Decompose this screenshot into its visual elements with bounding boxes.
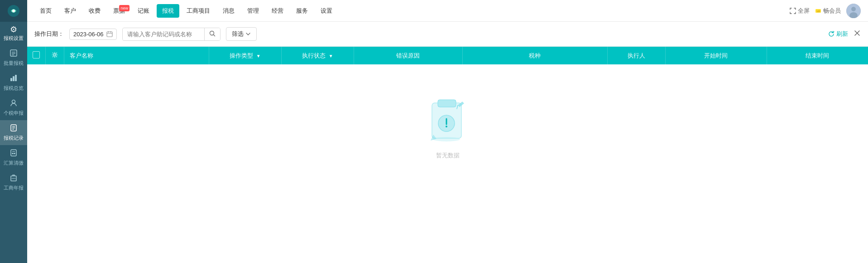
table-body: 暂无数据 (27, 64, 868, 187)
nav-item-shezhi[interactable]: 设置 (315, 4, 338, 18)
filter-button[interactable]: 筛选 (226, 27, 257, 41)
sidebar-logo (0, 0, 27, 22)
nav-item-shoufei[interactable]: 收费 (83, 4, 106, 18)
table-header-row: 客户名称 操作类型 ▼ 执行状态 ▼ 错误原因 税种 执行人 开始时间 (27, 47, 868, 64)
column-settings-icon (51, 51, 58, 58)
toolbar: 操作日期： 2023-06-06 (27, 22, 868, 47)
sidebar-item-huisuan-jiaona[interactable]: 汇算清缴 (0, 145, 27, 170)
nav-item-piaoju[interactable]: 票据 new (108, 4, 130, 18)
vip-button[interactable]: VIP 畅会员 (815, 7, 841, 15)
avatar[interactable] (846, 4, 861, 18)
select-all-checkbox[interactable] (33, 51, 40, 58)
search-icon (209, 30, 216, 37)
sidebar-item-geshui-shenbao[interactable]: 个税申报 (0, 95, 27, 120)
avatar-image (846, 4, 861, 18)
th-start-time: 开始时间 (665, 47, 767, 64)
svg-rect-8 (15, 75, 17, 81)
th-error-reason: 错误原因 (354, 47, 462, 64)
svg-point-42 (433, 137, 460, 141)
svg-point-40 (446, 126, 447, 127)
nav-item-gongshang-xiangmu[interactable]: 工商项目 (181, 4, 216, 18)
building-icon (10, 174, 18, 183)
nav-item-guanli[interactable]: 管理 (242, 4, 264, 18)
empty-cell: 暂无数据 (27, 64, 868, 187)
nav-item-jingying[interactable]: 经营 (266, 4, 289, 18)
search-box (122, 28, 221, 41)
nav-item-baoshui[interactable]: 报税 (157, 4, 179, 18)
empty-text: 暂无数据 (436, 151, 460, 160)
sidebar-item-piliang-baoshui[interactable]: 批量报税 (0, 45, 27, 70)
empty-illustration (421, 92, 475, 146)
svg-text:VIP: VIP (817, 10, 821, 13)
calendar-icon (106, 31, 113, 37)
chevron-down-icon (245, 31, 251, 37)
content: 操作日期： 2023-06-06 (27, 22, 868, 263)
date-label: 操作日期： (34, 30, 64, 38)
th-checkbox[interactable] (27, 47, 46, 64)
nav-item-kehu[interactable]: 客户 (59, 4, 82, 18)
sidebar-item-baoshui-shezhi[interactable]: ⚙ 报税设置 (0, 22, 27, 45)
sidebar-item-baoshui-zonglam[interactable]: 报税总览 (0, 70, 27, 95)
filter-icon-operation: ▼ (256, 54, 261, 58)
th-operation-type[interactable]: 操作类型 ▼ (209, 47, 281, 64)
person-icon (10, 99, 18, 108)
svg-point-25 (851, 7, 856, 11)
close-icon (854, 29, 861, 37)
main-area: 首页 客户 收费 票据 new 记账 报税 工商项目 消息 管理 经营 服务 设… (27, 0, 868, 263)
svg-line-32 (213, 34, 215, 36)
empty-row: 暂无数据 (27, 64, 868, 187)
date-value: 2023-06-06 (73, 31, 104, 38)
svg-rect-17 (14, 153, 15, 154)
sidebar-item-gongshang-nianbao[interactable]: 工商年报 (0, 170, 27, 195)
vip-icon: VIP (815, 8, 821, 14)
overview-icon (10, 74, 18, 83)
fullscreen-button[interactable]: 全屏 (790, 7, 810, 15)
refresh-icon (828, 31, 834, 37)
th-executor: 执行人 (607, 47, 665, 64)
svg-point-9 (12, 100, 15, 103)
svg-rect-16 (12, 153, 14, 154)
svg-rect-37 (438, 100, 456, 107)
th-settings[interactable] (46, 47, 64, 64)
sidebar-item-baoshui-jilu[interactable]: 报税记录 (0, 120, 27, 145)
nav-item-xiaoxi[interactable]: 消息 (217, 4, 240, 18)
sidebar: ⚙ 报税设置 批量报税 报税总览 (0, 0, 27, 263)
refresh-button[interactable]: 刷新 (828, 30, 848, 38)
search-button[interactable] (204, 28, 220, 40)
svg-rect-27 (107, 32, 112, 37)
th-end-time: 结束时间 (767, 47, 868, 64)
calc-icon (10, 149, 18, 158)
record-icon (10, 124, 18, 133)
svg-rect-7 (13, 76, 14, 81)
nav-item-shouye[interactable]: 首页 (34, 4, 57, 18)
svg-point-35 (54, 54, 56, 56)
empty-svg (421, 92, 475, 146)
th-tax-type: 税种 (462, 47, 607, 64)
svg-rect-2 (10, 50, 17, 56)
empty-state: 暂无数据 (27, 64, 868, 187)
nav-item-fuwu[interactable]: 服务 (291, 4, 313, 18)
topnav: 首页 客户 收费 票据 new 记账 报税 工商项目 消息 管理 经营 服务 设… (27, 0, 868, 22)
topnav-right: 全屏 VIP 畅会员 (790, 4, 861, 18)
settings-icon: ⚙ (10, 25, 17, 34)
svg-rect-6 (10, 78, 12, 81)
th-customer-name: 客户名称 (64, 47, 209, 64)
fullscreen-icon (790, 8, 796, 14)
th-exec-status[interactable]: 执行状态 ▼ (281, 47, 354, 64)
new-badge: new (119, 5, 129, 11)
date-picker[interactable]: 2023-06-06 (69, 29, 117, 40)
svg-rect-14 (11, 150, 16, 156)
search-input[interactable] (123, 29, 204, 40)
filter-icon-status: ▼ (329, 54, 333, 58)
batch-icon (10, 49, 18, 58)
close-button[interactable] (854, 29, 861, 39)
svg-point-1 (12, 10, 15, 12)
table-container: 客户名称 操作类型 ▼ 执行状态 ▼ 错误原因 税种 执行人 开始时间 (27, 47, 868, 263)
data-table: 客户名称 操作类型 ▼ 执行状态 ▼ 错误原因 税种 执行人 开始时间 (27, 47, 868, 187)
svg-point-31 (210, 31, 214, 35)
nav-item-jizhang[interactable]: 记账 (132, 4, 155, 18)
topnav-items: 首页 客户 收费 票据 new 记账 报税 工商项目 消息 管理 经营 服务 设… (34, 4, 790, 18)
